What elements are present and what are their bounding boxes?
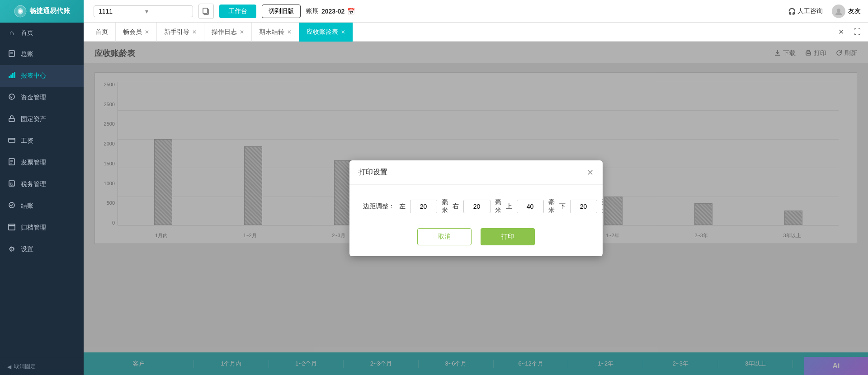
sidebar-item-settings[interactable]: ⚙ 设置 bbox=[0, 239, 84, 260]
workbench-button[interactable]: 工作台 bbox=[219, 5, 256, 18]
tab-label: 操作日志 bbox=[212, 28, 237, 36]
maximize-tab-button[interactable]: ⛶ bbox=[851, 26, 863, 38]
headset-icon: 🎧 bbox=[788, 8, 796, 15]
tab-label: 期末结转 bbox=[259, 28, 284, 36]
sidebar-item-label: 固定资产 bbox=[21, 115, 46, 123]
sidebar-item-label: 发票管理 bbox=[21, 159, 46, 167]
sidebar-item-reports[interactable]: 报表中心 bbox=[0, 65, 84, 87]
tab-label: 畅会员 bbox=[123, 28, 142, 36]
top-unit: 毫米 bbox=[548, 198, 555, 215]
sidebar-footer[interactable]: ◀ 取消固定 bbox=[0, 358, 84, 375]
tab-guide[interactable]: 新手引导 ✕ bbox=[157, 23, 204, 42]
print-settings-dialog: 打印设置 ✕ 边距调整： 左 毫米 右 毫米 上 bbox=[349, 160, 603, 256]
sidebar-item-settle[interactable]: 结账 bbox=[0, 195, 84, 217]
tab-yearend[interactable]: 期末结转 ✕ bbox=[252, 23, 299, 42]
margin-label: 边距调整： bbox=[363, 202, 395, 211]
payroll-icon bbox=[7, 136, 16, 145]
user-area[interactable]: 友友 bbox=[832, 5, 861, 18]
page-body: 应收账龄表 下载 打印 bbox=[84, 42, 868, 375]
bottom-margin-input[interactable] bbox=[570, 200, 597, 213]
svg-rect-9 bbox=[10, 75, 12, 78]
tab-close-yearend[interactable]: ✕ bbox=[287, 29, 292, 35]
sidebar-item-label: 总账 bbox=[21, 50, 33, 58]
svg-rect-25 bbox=[9, 224, 15, 226]
top-direction-label: 上 bbox=[506, 202, 512, 211]
left-margin-input[interactable] bbox=[410, 200, 437, 213]
unpin-label: 取消固定 bbox=[14, 363, 36, 370]
left-direction-label: 左 bbox=[399, 202, 406, 211]
tab-aging[interactable]: 应收账龄表 ✕ bbox=[299, 23, 353, 42]
sidebar-item-home[interactable]: ⌂ 首页 bbox=[0, 23, 84, 43]
svg-rect-10 bbox=[12, 73, 14, 78]
margin-row: 边距调整： 左 毫米 右 毫米 上 毫米 下 毫米 bbox=[363, 198, 589, 215]
tab-member[interactable]: 畅会员 ✕ bbox=[116, 23, 157, 42]
sidebar-scroll: ⌂ 首页 总账 报表中心 ¥ 资金管理 bbox=[0, 23, 84, 358]
right-margin-input[interactable] bbox=[463, 200, 491, 213]
sidebar-item-label: 税务管理 bbox=[21, 180, 46, 188]
tab-home[interactable]: 首页 bbox=[88, 23, 116, 42]
invoice-icon bbox=[7, 158, 16, 167]
sidebar-item-tax[interactable]: 税 税务管理 bbox=[0, 173, 84, 195]
archive-icon bbox=[7, 223, 16, 232]
company-selector[interactable]: 1111 ▾ bbox=[94, 5, 193, 17]
svg-text:¥: ¥ bbox=[10, 95, 13, 99]
consult-button[interactable]: 🎧 人工咨询 bbox=[788, 7, 823, 15]
header-right: 🎧 人工咨询 友友 bbox=[788, 5, 861, 18]
sidebar-item-invoice[interactable]: 发票管理 bbox=[0, 152, 84, 173]
tab-label: 新手引导 bbox=[164, 28, 189, 36]
tax-icon: 税 bbox=[7, 180, 16, 189]
dialog-title: 打印设置 bbox=[359, 168, 387, 177]
left-unit: 毫米 bbox=[442, 198, 448, 215]
sidebar-item-payroll[interactable]: 工资 bbox=[0, 130, 84, 152]
top-margin-input[interactable] bbox=[517, 200, 544, 213]
svg-rect-11 bbox=[14, 72, 15, 78]
tab-close-member[interactable]: ✕ bbox=[145, 29, 149, 35]
ledger-icon bbox=[7, 50, 16, 59]
close-tab-button[interactable]: ✕ bbox=[835, 26, 847, 38]
sidebar-item-ledger[interactable]: 总账 bbox=[0, 43, 84, 65]
app-name: 畅捷通易代账 bbox=[29, 7, 70, 15]
consult-label: 人工咨询 bbox=[797, 7, 823, 15]
period-label: 账期 bbox=[306, 7, 319, 15]
cancel-button[interactable]: 取消 bbox=[417, 228, 472, 245]
copy-button[interactable] bbox=[198, 4, 214, 19]
period-value: 2023-02 bbox=[321, 8, 344, 15]
print-confirm-button[interactable]: 打印 bbox=[481, 228, 535, 245]
right-direction-label: 右 bbox=[453, 202, 459, 211]
sidebar-item-label: 结账 bbox=[21, 202, 33, 210]
tab-close-guide[interactable]: ✕ bbox=[192, 29, 197, 35]
dialog-header: 打印设置 ✕ bbox=[349, 160, 603, 185]
app-layout: ⌂ 首页 总账 报表中心 ¥ 资金管理 bbox=[0, 23, 868, 375]
calendar-icon[interactable]: 📅 bbox=[347, 8, 355, 15]
dialog-body: 边距调整： 左 毫米 右 毫米 上 毫米 下 毫米 bbox=[349, 185, 603, 224]
sidebar-item-label: 报表中心 bbox=[21, 72, 46, 80]
bottom-direction-label: 下 bbox=[559, 202, 566, 211]
app-logo: 畅捷通易代账 bbox=[0, 0, 84, 23]
dialog-close-button[interactable]: ✕ bbox=[587, 169, 594, 177]
tab-oplog[interactable]: 操作日志 ✕ bbox=[204, 23, 252, 42]
right-unit: 毫米 bbox=[495, 198, 501, 215]
tab-close-oplog[interactable]: ✕ bbox=[240, 29, 244, 35]
svg-point-1 bbox=[19, 10, 22, 13]
sidebar-item-label: 首页 bbox=[21, 29, 33, 37]
dialog-footer: 取消 打印 bbox=[349, 224, 603, 256]
sidebar-item-funds[interactable]: ¥ 资金管理 bbox=[0, 87, 84, 108]
svg-point-4 bbox=[837, 9, 840, 12]
sidebar-item-label: 归档管理 bbox=[21, 224, 46, 232]
tab-label: 应收账龄表 bbox=[307, 28, 338, 36]
sidebar-item-label: 资金管理 bbox=[21, 94, 46, 102]
svg-rect-14 bbox=[9, 118, 14, 122]
sidebar-item-label: 设置 bbox=[21, 245, 33, 253]
dropdown-icon: ▾ bbox=[145, 8, 188, 15]
settle-icon bbox=[7, 202, 16, 211]
sidebar-item-archive[interactable]: 归档管理 bbox=[0, 217, 84, 239]
tab-close-aging[interactable]: ✕ bbox=[341, 29, 345, 35]
unpin-icon: ◀ bbox=[7, 364, 11, 370]
sidebar-item-assets[interactable]: 固定资产 bbox=[0, 108, 84, 130]
svg-rect-15 bbox=[9, 138, 15, 142]
company-name: 1111 bbox=[99, 8, 142, 15]
main-content: 首页 畅会员 ✕ 新手引导 ✕ 操作日志 ✕ 期末结转 ✕ 应收账龄表 ✕ bbox=[84, 23, 868, 375]
funds-icon: ¥ bbox=[7, 93, 16, 102]
switch-version-button[interactable]: 切到旧版 bbox=[262, 5, 301, 18]
app-header: 畅捷通易代账 1111 ▾ 工作台 切到旧版 账期 2023-02 📅 🎧 人工… bbox=[0, 0, 868, 23]
